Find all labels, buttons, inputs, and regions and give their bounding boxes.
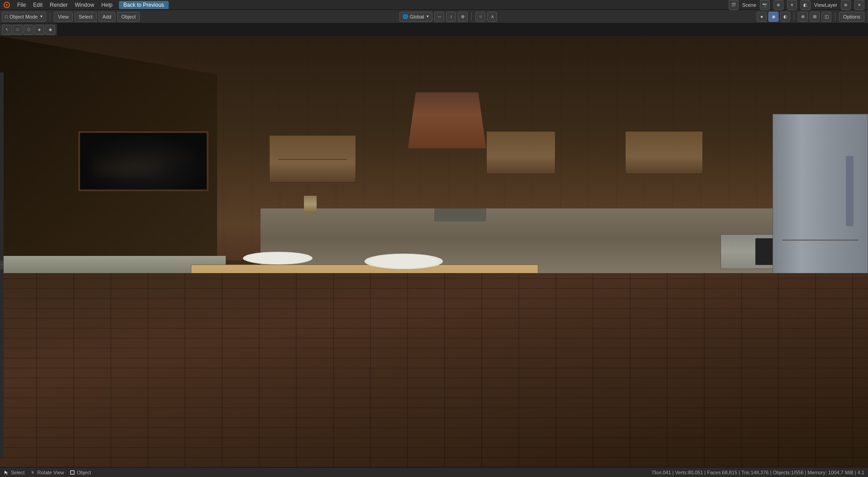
- back-to-previous-btn[interactable]: Back to Previous: [119, 1, 169, 9]
- separator-3: [794, 13, 794, 21]
- mini-btn-4[interactable]: ◈: [34, 25, 44, 35]
- file-menu[interactable]: File: [14, 1, 29, 9]
- select-mode-indicator: Select: [4, 470, 25, 475]
- overlay-icon[interactable]: ⊞: [810, 12, 820, 22]
- separator-4: [835, 13, 835, 21]
- select-label: Select: [11, 470, 25, 475]
- viewport-shading-render[interactable]: ◐: [780, 12, 790, 22]
- 3d-viewport[interactable]: ›: [0, 36, 868, 467]
- mini-btn-5[interactable]: ◉: [45, 25, 55, 35]
- global-icon: 🌐: [403, 14, 408, 19]
- mini-btn-3[interactable]: ⬡: [24, 25, 33, 35]
- transform-icon-1[interactable]: ↔: [434, 12, 444, 22]
- global-transform-dropdown[interactable]: 🌐 Global ▼: [399, 12, 433, 22]
- xray-icon[interactable]: ◫: [821, 12, 831, 22]
- bottle: [304, 196, 317, 213]
- view-layer-icon[interactable]: ◧: [801, 0, 811, 10]
- wall-artwork: [78, 131, 209, 191]
- global-label: Global: [410, 14, 424, 19]
- render-menu[interactable]: Render: [46, 1, 71, 9]
- proportional-edit-icon[interactable]: ○: [475, 12, 485, 22]
- top-menu-bar: File Edit Render Window Help Back to Pre…: [0, 0, 868, 10]
- select-icon: [4, 470, 9, 475]
- object-btn[interactable]: Object: [117, 12, 140, 22]
- transform-icon-3[interactable]: ⊕: [458, 12, 468, 22]
- global-chevron: ▼: [426, 14, 429, 19]
- add-btn[interactable]: Add: [99, 12, 116, 22]
- scene-label: Scene: [742, 2, 756, 8]
- svg-point-1: [6, 4, 8, 6]
- scene-icon-3[interactable]: ⊕: [773, 0, 783, 10]
- snap-icon[interactable]: ∧: [487, 12, 497, 22]
- mini-toolbar: ↖ □ ⬡ ◈ ◉: [0, 24, 57, 36]
- mini-btn-1[interactable]: ↖: [2, 25, 12, 35]
- object-mode-icon: □: [5, 14, 8, 19]
- view-btn[interactable]: View: [54, 12, 73, 22]
- view-layer-icon-3[interactable]: ✕: [854, 0, 864, 10]
- separator-2: [471, 13, 472, 21]
- svg-rect-2: [71, 471, 74, 474]
- scene-background: [0, 36, 868, 467]
- upper-cabinet-far-right: [625, 131, 703, 174]
- mini-btn-2[interactable]: □: [13, 25, 23, 35]
- upper-cabinet-left: [269, 135, 356, 183]
- scene-stats: Пол.041 | Verts:80,051 | Faces:68,815 | …: [652, 470, 864, 475]
- scene-select-icon[interactable]: 🎬: [729, 0, 739, 10]
- window-menu[interactable]: Window: [71, 1, 98, 9]
- range-hood: [408, 92, 486, 148]
- scene-icon-2[interactable]: 📷: [760, 0, 770, 10]
- object-label: Object: [77, 470, 91, 475]
- sink: [434, 208, 486, 222]
- floor: [0, 273, 868, 467]
- rotate-view-indicator: 🖱 Rotate View: [30, 470, 64, 475]
- separator-1: [50, 13, 50, 21]
- object-mode-chevron: ▼: [39, 14, 43, 19]
- edit-menu[interactable]: Edit: [29, 1, 46, 9]
- viewport-shading-solid[interactable]: ●: [757, 12, 767, 22]
- left-sidebar-toggle[interactable]: ›: [0, 72, 4, 457]
- status-info-text: Пол.041 | Verts:80,051 | Faces:68,815 | …: [652, 470, 864, 475]
- plate-2: [365, 254, 443, 269]
- transform-icon-2[interactable]: ↕: [446, 12, 456, 22]
- blender-logo: [2, 0, 12, 10]
- gizmo-icon[interactable]: ⊕: [798, 12, 808, 22]
- object-mode-label: Object Mode: [9, 14, 38, 19]
- view-layer-icon-2[interactable]: ⊕: [841, 0, 851, 10]
- rotate-view-label: Rotate View: [38, 470, 64, 475]
- help-menu[interactable]: Help: [98, 1, 116, 9]
- plate-1: [243, 252, 313, 265]
- scene-icon-4[interactable]: ✕: [787, 0, 797, 10]
- second-toolbar: □ Object Mode ▼ View Select Add Object 🌐…: [0, 10, 868, 24]
- upper-cabinet-right: [486, 131, 556, 174]
- viewport-shading-material[interactable]: ◉: [768, 12, 778, 22]
- bottom-status-bar: Select 🖱 Rotate View Object Пол.041 | Ve…: [0, 467, 868, 477]
- options-btn[interactable]: Options: [839, 12, 864, 22]
- sidebar-expand-arrow[interactable]: ›: [0, 260, 4, 269]
- object-mode-dropdown[interactable]: □ Object Mode ▼: [2, 12, 46, 22]
- view-layer-label: ViewLayer: [814, 2, 837, 8]
- select-btn[interactable]: Select: [75, 12, 97, 22]
- object-indicator: Object: [70, 470, 91, 475]
